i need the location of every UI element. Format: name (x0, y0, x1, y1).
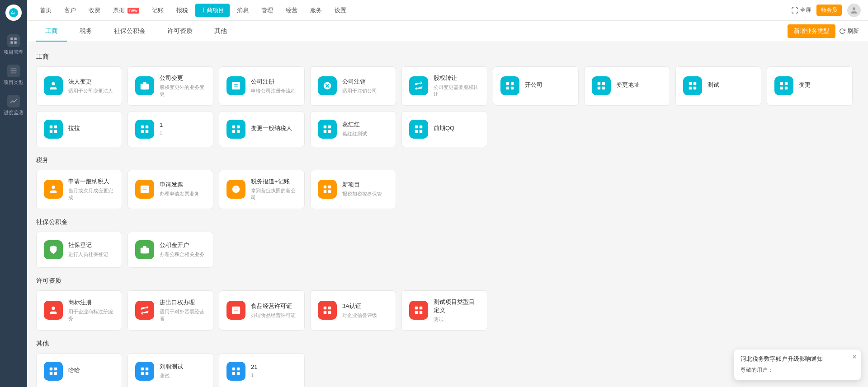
card-3a-renzheng[interactable]: 3A认证 对企业信誉评级 (310, 290, 396, 331)
card-icon (226, 120, 245, 139)
svg-rect-2 (10, 37, 13, 40)
card-gehonghong[interactable]: 葛红红 葛红红测试 (310, 111, 396, 147)
sidebar-item-project-manage-label: 项目管理 (4, 49, 24, 56)
card-icon (774, 76, 793, 95)
card-desc: 适用于注销公司 (342, 88, 388, 94)
card-desc: 办理公积金相关业务 (160, 251, 206, 258)
card-shenqing-yiban[interactable]: 申请一般纳税人 当月或次月成变更完成 (36, 170, 122, 209)
card-title: 申请一般纳税人 (68, 177, 114, 186)
app-logo[interactable]: Ai (5, 5, 22, 21)
nav-business[interactable]: 工商项目 (195, 4, 230, 17)
svg-rect-32 (780, 87, 783, 89)
card-title: 法人变更 (68, 78, 114, 86)
sidebar: Ai 项目管理 项目类型 进度监测 (0, 0, 27, 387)
card-shuiwu-baodao[interactable]: 税务报道+记账 拿到营业执照的新公司 (219, 170, 305, 209)
sidebar-item-project-manage[interactable]: 项目管理 (0, 30, 27, 60)
card-title: 开公司 (525, 81, 571, 89)
tab-xuke[interactable]: 许可资质 (158, 21, 202, 42)
card-guquan-zhuanrang[interactable]: 股权转让 公司变更需要股权转让 (401, 66, 487, 106)
card-icon (683, 76, 702, 95)
content-area: 工商 法人变更 适用于公司变更法人 公司变更 股权变更外的业务变更 (27, 42, 868, 387)
section-title-other: 其他 (36, 340, 859, 348)
nav-settings[interactable]: 设置 (329, 4, 352, 17)
card-gongjijin-kaihu[interactable]: 公积金开户 办理公积金相关业务 (127, 232, 213, 268)
nav-tax[interactable]: 报税 (171, 4, 193, 17)
svg-rect-45 (237, 130, 240, 133)
card-shebao-dengji[interactable]: 社保登记 进行人员社保登记 (36, 232, 122, 268)
svg-rect-74 (415, 307, 418, 309)
nav-ticket[interactable]: 票据 new (108, 4, 145, 17)
cards-grid-gongshang: 法人变更 适用于公司变更法人 公司变更 股权变更外的业务变更 公司注册 (36, 66, 859, 147)
card-kai-gongsi[interactable]: 开公司 (493, 66, 579, 106)
card-jinchukouquan[interactable]: 进出口权办理 适用于对外贸易经营者 (127, 290, 213, 331)
card-faren-biangeng[interactable]: 法人变更 适用于公司变更法人 (36, 66, 122, 106)
cards-grid-shebao: 社保登记 进行人员社保登记 公积金开户 办理公积金相关业务 (36, 232, 859, 268)
sidebar-item-project-type[interactable]: 项目类型 (0, 60, 27, 90)
card-icon (44, 180, 63, 199)
card-shangbiao-zhuce[interactable]: 商标注册 用于企业商标注册服务 (36, 290, 122, 331)
card-shenqing-fapiao[interactable]: 申请发票 办理申请发票业务 (127, 170, 213, 209)
svg-rect-39 (146, 126, 148, 128)
card-biangeng-dizhi[interactable]: 变更地址 (584, 66, 670, 106)
card-title: 商标注册 (68, 298, 114, 307)
card-icon-faren (44, 76, 63, 95)
card-title: 测试项目类型目定义 (434, 298, 480, 314)
card-title: 哈哈 (68, 366, 114, 374)
nav-operation[interactable]: 经营 (280, 4, 303, 17)
card-title: 股权转让 (434, 74, 480, 82)
tab-shuiwu[interactable]: 税务 (71, 21, 101, 42)
svg-rect-7 (10, 70, 17, 71)
nav-home[interactable]: 首页 (34, 4, 57, 17)
sidebar-item-progress-monitor[interactable]: 进度监测 (0, 90, 27, 121)
card-gongsi-biangeng[interactable]: 公司变更 股权变更外的业务变更 (127, 66, 213, 106)
card-21[interactable]: 21 1 (219, 353, 305, 387)
card-biangeng-yiban[interactable]: 变更一般纳税人 (219, 111, 305, 147)
tab-other[interactable]: 其他 (205, 21, 236, 42)
card-shipin-xuke[interactable]: 食品经营许可证 办理食品经营许可证 (219, 290, 305, 331)
card-xin-xiangmu[interactable]: 新项目 报税加税控盘保管 (310, 170, 396, 209)
card-gongsi-zhuce[interactable]: 公司注册 申请公司注册全流程 (219, 66, 305, 106)
card-title: 葛红红 (342, 121, 388, 129)
card-title: 公司注销 (342, 78, 388, 86)
card-desc: 葛红红测试 (342, 131, 388, 137)
notification-close[interactable]: ✕ (852, 353, 857, 360)
card-icon (318, 76, 337, 95)
tabs-bar: 工商 税务 社保公积金 许可资质 其他 新增业务类型 刷新 (27, 21, 868, 42)
card-ceshi[interactable]: 测试 (675, 66, 761, 106)
card-lala[interactable]: 拉拉 (36, 111, 122, 147)
card-title: 1 (160, 121, 206, 128)
fullscreen-button[interactable]: 全屏 (791, 6, 811, 14)
nav-manage[interactable]: 管理 (256, 4, 278, 17)
card-liucong-ceshi[interactable]: 刘聪测试 测试 (127, 353, 213, 387)
add-type-button[interactable]: 新增业务类型 (788, 24, 835, 38)
svg-rect-53 (420, 130, 422, 133)
svg-rect-51 (420, 126, 422, 128)
card-qianqi-qq[interactable]: 前期QQ (401, 111, 487, 147)
refresh-button[interactable]: 刷新 (839, 27, 859, 35)
card-ceshi-leixing[interactable]: 测试项目类型目定义 测试 (401, 290, 487, 331)
svg-rect-20 (506, 87, 509, 89)
card-title: 社保登记 (68, 241, 114, 249)
nav-service[interactable]: 服务 (305, 4, 327, 17)
notification-title: 河北税务数字账户升级影响通知 (741, 355, 854, 363)
svg-rect-8 (10, 73, 17, 74)
svg-rect-79 (54, 368, 57, 370)
card-desc: 拿到营业执照的新公司 (251, 187, 297, 201)
card-desc: 股权变更外的业务变更 (160, 84, 206, 98)
card-gongsi-zhuxiao[interactable]: 公司注销 适用于注销公司 (310, 66, 396, 106)
nav-message[interactable]: 消息 (231, 4, 254, 17)
svg-rect-85 (146, 372, 148, 375)
card-icon (409, 301, 428, 320)
user-avatar[interactable] (847, 4, 861, 17)
nav-fee[interactable]: 收费 (83, 4, 106, 17)
card-biangeng2[interactable]: 变更 (767, 66, 853, 106)
svg-rect-5 (14, 42, 17, 44)
nav-bookkeeping[interactable]: 记账 (146, 4, 169, 17)
nav-customer[interactable]: 客户 (59, 4, 81, 17)
tab-gongshang[interactable]: 工商 (36, 21, 67, 42)
vip-button[interactable]: 畅会员 (816, 5, 842, 16)
card-icon (44, 362, 63, 381)
card-1[interactable]: 1 1 (127, 111, 213, 147)
tab-shebao[interactable]: 社保公积金 (105, 21, 155, 42)
card-haha[interactable]: 哈哈 (36, 353, 122, 387)
